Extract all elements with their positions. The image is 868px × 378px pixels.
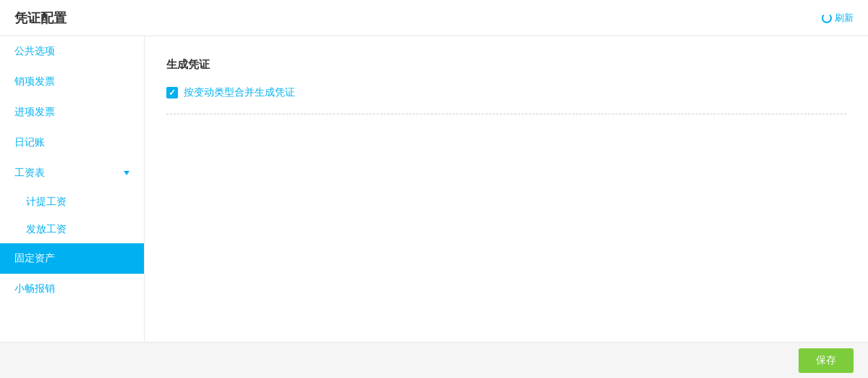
save-button[interactable]: 保存 [799,348,854,373]
refresh-button[interactable]: 刷新 [822,12,854,25]
main-content: 生成凭证 ✓ 按变动类型合并生成凭证 [145,36,868,342]
sidebar-item-label: 发放工资 [26,223,67,235]
merge-checkbox-label: 按变动类型合并生成凭证 [184,86,295,99]
sidebar-item-label: 工资表 [14,167,45,180]
checkmark-icon: ✓ [169,88,176,97]
refresh-label: 刷新 [835,12,854,25]
sidebar-item-label: 日记账 [14,136,45,149]
sidebar-item-label: 进项发票 [14,106,55,119]
sidebar-item-diary-account[interactable]: 日记账 [0,127,144,158]
footer: 保存 [0,342,868,378]
sidebar-item-accrued-payroll[interactable]: 计提工资 [0,188,144,216]
sidebar-item-label: 公共选项 [14,45,55,58]
sidebar-item-payroll-table[interactable]: 工资表 [0,158,144,188]
divider [166,114,846,114]
sidebar-item-purchase-invoice[interactable]: 进项发票 [0,97,144,127]
sidebar: 公共选项销项发票进项发票日记账工资表计提工资发放工资固定资产小畅报销 [0,36,145,342]
sidebar-item-public-options[interactable]: 公共选项 [0,36,144,67]
sidebar-item-distribute-payroll[interactable]: 发放工资 [0,216,144,243]
sidebar-item-label: 计提工资 [26,196,67,207]
sidebar-item-petty-expense[interactable]: 小畅报销 [0,274,144,304]
chevron-down-icon [124,171,129,175]
refresh-icon [822,13,832,23]
section-title: 生成凭证 [166,58,846,72]
sidebar-item-fixed-assets[interactable]: 固定资产 [0,243,144,274]
header: 凭证配置 刷新 [0,0,868,36]
merge-checkbox[interactable]: ✓ [166,87,178,98]
merge-checkbox-row[interactable]: ✓ 按变动类型合并生成凭证 [166,86,846,99]
sidebar-item-label: 销项发票 [14,75,55,88]
body: 公共选项销项发票进项发票日记账工资表计提工资发放工资固定资产小畅报销 生成凭证 … [0,36,868,342]
page-title: 凭证配置 [14,9,67,27]
sidebar-item-label: 固定资产 [14,252,55,265]
sidebar-item-label: 小畅报销 [14,282,55,295]
sidebar-item-sales-invoice[interactable]: 销项发票 [0,67,144,97]
